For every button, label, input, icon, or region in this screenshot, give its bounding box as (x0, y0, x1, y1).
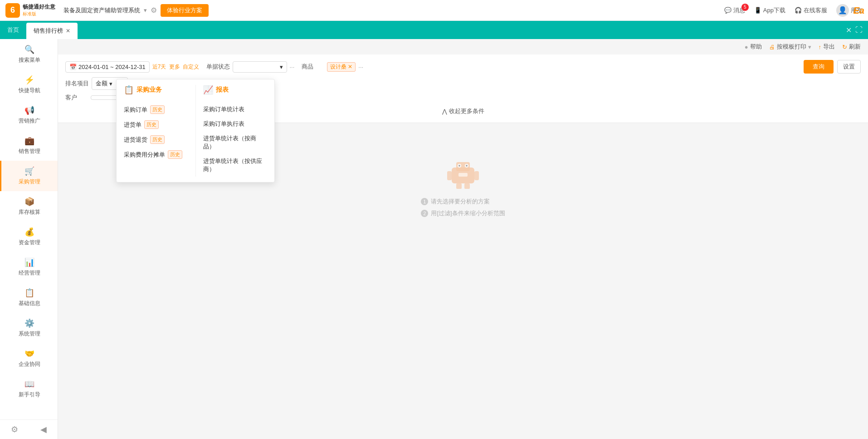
voucher-status-more-icon[interactable]: ··· (290, 64, 295, 70)
purchase-col-icon: 📋 (124, 85, 134, 95)
system-title: 装备及固定资产辅助管理系统 (63, 6, 140, 15)
sidebar-item-collaboration[interactable]: 🤝 企业协同 (0, 343, 58, 374)
lightning-icon: ⚡ (24, 75, 34, 85)
query-button[interactable]: 查询 (804, 60, 834, 74)
sidebar-item-inventory[interactable]: 📦 库存核算 (0, 191, 58, 222)
sidebar-item-purchase[interactable]: 🛒 采购管理 (0, 161, 58, 191)
sidebar-settings-icon[interactable]: ⚙ (11, 424, 18, 434)
svg-rect-6 (447, 171, 452, 180)
header-right: 💬 消息 5 📱 App下载 🎧 在线客服 👤 用友 Ea (724, 4, 863, 17)
rank-chevron-icon: ▾ (109, 80, 112, 87)
avatar: 👤 (836, 4, 849, 17)
history-tag: 历史 (144, 120, 159, 129)
voucher-status-filter: 单据状态 ▾ ··· (206, 61, 295, 73)
refresh-icon: ↻ (842, 44, 847, 50)
empty-hint-2: 2 用[过滤]条件来缩小分析范围 (421, 207, 505, 219)
date-shortcut-more[interactable]: 更多 (169, 63, 180, 71)
goods-more-icon[interactable]: ··· (358, 64, 363, 70)
tab-home[interactable]: 首页 (0, 21, 26, 39)
main-layout: 🔍 搜索菜单 ⚡ 快捷导航 📢 营销推广 💼 销售管理 🛒 采购管理 📦 库存核… (0, 39, 868, 439)
sidebar-item-system[interactable]: ⚙️ 系统管理 (0, 313, 58, 343)
tab-close-icon[interactable]: ✕ (66, 28, 70, 34)
sidebar-item-finance[interactable]: 💰 资金管理 (0, 222, 58, 252)
menu-item-purchase-order-stats[interactable]: 采购订单统计表 (203, 102, 268, 117)
book-icon: 📖 (24, 379, 34, 389)
chevron-down-icon: ▾ (280, 64, 283, 70)
sidebar-item-basicinfo[interactable]: 📋 基础信息 (0, 282, 58, 313)
headset-icon: 🎧 (795, 7, 802, 14)
menu-item-purchase-fee[interactable]: 采购费用分摊单 历史 (124, 147, 188, 162)
menu-item-inbound-stats-supplier[interactable]: 进货单统计表（按供应商） (203, 154, 268, 177)
empty-hint-1: 1 请先选择要分析的方案 (421, 196, 505, 207)
date-shortcut-7days[interactable]: 近7天 (152, 63, 166, 71)
logo-area: 6 畅捷通好生意 标准版 (5, 3, 63, 18)
sidebar-item-search[interactable]: 🔍 搜索菜单 (0, 39, 58, 69)
sidebar-item-marketing[interactable]: 📢 营销推广 (0, 100, 58, 130)
history-tag: 历史 (150, 135, 165, 144)
menu-item-inbound[interactable]: 进货单 历史 (124, 117, 188, 132)
content-area: ● 帮助 🖨 按模板打印 ▾ ↑ 导出 ↻ 刷新 (58, 39, 868, 439)
purchase-col-header: 📋 采购业务 (124, 85, 188, 98)
menu-item-return-goods[interactable]: 进货退货 历史 (124, 132, 188, 147)
tab-sales-rank[interactable]: 销售排行榜 ✕ (26, 23, 78, 39)
svg-rect-7 (474, 171, 479, 180)
toolbar-row: ● 帮助 🖨 按模板打印 ▾ ↑ 导出 ↻ 刷新 (58, 39, 868, 54)
logo-icon: 6 (5, 3, 20, 18)
message-btn[interactable]: 💬 消息 5 (724, 6, 745, 15)
export-icon: ↑ (819, 44, 822, 50)
chart-icon: 📊 (24, 257, 34, 267)
svg-rect-10 (458, 173, 468, 177)
list-icon: 📋 (24, 288, 34, 298)
report-col: 📈 报表 采购订单统计表 采购订单执行表 进货单统计表（按商品） (196, 85, 275, 177)
tab-expand-btn[interactable]: ⛶ (855, 26, 863, 34)
calendar-icon: 📅 (69, 64, 77, 70)
empty-hints: 1 请先选择要分析的方案 2 用[过滤]条件来缩小分析范围 (421, 196, 505, 219)
sidebar-item-sales[interactable]: 💼 销售管理 (0, 130, 58, 161)
message-icon: 💬 (724, 7, 731, 14)
refresh-btn[interactable]: ↻ 刷新 (842, 43, 861, 51)
empty-illustration (440, 154, 486, 190)
menu-item-purchase-order[interactable]: 采购订单 历史 (124, 102, 188, 117)
print-icon: 🖨 (769, 44, 775, 50)
history-tag: 历史 (150, 105, 165, 114)
sidebar-item-quicknav[interactable]: ⚡ 快捷导航 (0, 69, 58, 100)
goods-tag-close-icon[interactable]: ✕ (348, 64, 352, 70)
settings-small-button[interactable]: 设置 (837, 60, 861, 74)
top-header: 6 畅捷通好生意 标准版 装备及固定资产辅助管理系统 ▾ ⚙ 体验行业方案 💬 … (0, 0, 868, 21)
megaphone-icon: 📢 (24, 105, 34, 115)
voucher-status-select[interactable]: ▾ (233, 61, 287, 73)
chevron-up-icon: ⋀ (442, 108, 447, 115)
goods-filter: 商品 设计桑 ✕ ··· (302, 62, 363, 72)
tab-close-btn[interactable]: ✕ (846, 26, 852, 35)
settings-icon[interactable]: ⚙ (151, 6, 157, 15)
action-buttons: 查询 设置 (804, 60, 861, 74)
date-shortcut-custom[interactable]: 自定义 (183, 63, 199, 71)
system-title-area: 装备及固定资产辅助管理系统 ▾ ⚙ 体验行业方案 (63, 4, 724, 17)
sidebar-item-operations[interactable]: 📊 经营管理 (0, 252, 58, 282)
gear-icon: ⚙️ (24, 318, 34, 328)
sidebar-bottom: ⚙ ◀ (0, 419, 58, 439)
svg-rect-8 (456, 183, 462, 189)
filter-row-1: 📅 2024-01-01 ~ 2024-12-31 近7天 更多 自定义 单据状… (65, 60, 861, 74)
money-icon: 💰 (24, 227, 34, 237)
print-dropdown-icon[interactable]: ▾ (808, 44, 811, 50)
help-btn[interactable]: ● 帮助 (745, 43, 762, 51)
export-btn[interactable]: ↑ 导出 (819, 43, 835, 51)
sidebar-item-guide[interactable]: 📖 新手引导 (0, 374, 58, 404)
menu-item-inbound-stats-goods[interactable]: 进货单统计表（按商品） (203, 131, 268, 154)
dropdown-arrow-icon[interactable]: ▾ (144, 7, 147, 14)
app-download-btn[interactable]: 📱 App下载 (754, 6, 785, 15)
sidebar-collapse-icon[interactable]: ◀ (40, 424, 47, 434)
collapse-button[interactable]: ⋀ 收起更多条件 (442, 107, 484, 115)
industry-btn[interactable]: 体验行业方案 (161, 4, 209, 17)
date-range-picker[interactable]: 📅 2024-01-01 ~ 2024-12-31 (65, 61, 150, 73)
logo-text: 畅捷通好生意 标准版 (23, 3, 55, 17)
tab-controls: ✕ ⛶ (846, 26, 868, 35)
svg-point-5 (466, 165, 468, 167)
tab-bar: 首页 销售排行榜 ✕ ✕ ⛶ (0, 21, 868, 39)
menu-item-purchase-order-exec[interactable]: 采购订单执行表 (203, 117, 268, 131)
date-filter: 📅 2024-01-01 ~ 2024-12-31 近7天 更多 自定义 (65, 61, 199, 73)
briefcase-icon: 💼 (24, 136, 34, 146)
support-btn[interactable]: 🎧 在线客服 (795, 6, 827, 15)
print-btn[interactable]: 🖨 按模板打印 ▾ (769, 43, 811, 51)
